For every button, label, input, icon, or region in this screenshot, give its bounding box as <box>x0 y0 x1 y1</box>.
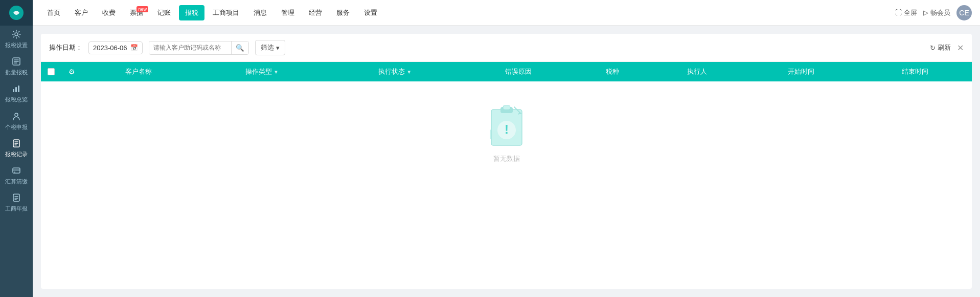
sidebar-label-annual-report: 工商年报 <box>5 205 28 212</box>
tax-records-icon <box>12 139 21 150</box>
col-header-tax_type: 税种 <box>575 62 650 81</box>
annual-report-icon <box>12 193 21 204</box>
svg-rect-23 <box>503 105 510 110</box>
col-header-settings[interactable]: ⚙ <box>61 62 82 81</box>
refresh-label: 刷新 <box>938 43 951 52</box>
nav-item-message[interactable]: 消息 <box>247 5 273 20</box>
filter-icon-operation_type[interactable]: ▼ <box>274 69 279 75</box>
nav-items: 首页客户收费票据new记账报税工商项目消息管理经营服务设置 <box>41 5 895 20</box>
nav-label-accounting: 记账 <box>157 9 171 16</box>
table-container: 操作日期： 2023-06-06 📅 🔍 筛选 ▾ ↻ 刷新 <box>41 34 972 289</box>
table: ⚙客户名称操作类型▼执行状态▼错误原因税种执行人开始时间结束时间 <box>41 62 972 81</box>
nav-item-invoice[interactable]: 票据new <box>124 5 149 20</box>
col-header-executor: 执行人 <box>650 62 744 81</box>
search-input[interactable] <box>149 41 231 54</box>
batch-tax-icon <box>12 57 21 68</box>
empty-state: ! 暂无数据 <box>41 81 972 184</box>
fullscreen-btn[interactable]: ⛶ 全屏 <box>895 8 917 17</box>
col-label-exec_status: 执行状态 <box>378 67 405 76</box>
refresh-button[interactable]: ↻ 刷新 <box>930 43 951 52</box>
toolbar-right: ↻ 刷新 ✕ <box>930 43 964 53</box>
search-box: 🔍 <box>149 41 249 55</box>
nav-item-service[interactable]: 服务 <box>330 5 356 20</box>
svg-rect-8 <box>18 86 19 92</box>
nav-item-tax[interactable]: 报税 <box>179 5 204 20</box>
chevron-down-icon: ▾ <box>276 44 280 52</box>
date-label: 操作日期： <box>49 43 82 52</box>
sidebar-label-personal-tax: 个税申报 <box>5 124 28 131</box>
new-badge-invoice: new <box>136 6 148 13</box>
col-header-customer_name: 客户名称 <box>82 62 195 81</box>
filter-label: 筛选 <box>261 43 274 52</box>
member-btn[interactable]: ▷ 畅会员 <box>923 8 950 17</box>
nav-item-collection[interactable]: 收费 <box>96 5 122 20</box>
col-label-customer_name: 客户名称 <box>125 67 152 76</box>
col-label-executor: 执行人 <box>687 67 707 76</box>
date-input[interactable]: 2023-06-06 📅 <box>88 41 143 54</box>
nav-label-tax: 报税 <box>185 9 198 16</box>
nav-item-settings[interactable]: 设置 <box>358 5 383 20</box>
sidebar-label-settlement: 汇算清缴 <box>5 178 28 185</box>
svg-rect-14 <box>13 168 20 173</box>
nav-label-collection: 收费 <box>102 9 116 16</box>
date-value: 2023-06-06 <box>93 44 127 52</box>
sidebar-item-tax-summary[interactable]: 报税总览 <box>0 80 33 107</box>
topnav-right: ⛶ 全屏 ▷ 畅会员 CE <box>895 5 972 20</box>
main-wrapper: 首页客户收费票据new记账报税工商项目消息管理经营服务设置 ⛶ 全屏 ▷ 畅会员… <box>33 0 980 297</box>
svg-text:!: ! <box>505 122 509 136</box>
sidebar-label-tax-records: 报税记录 <box>5 151 28 158</box>
search-button[interactable]: 🔍 <box>231 41 248 54</box>
tax-settings-icon <box>12 30 21 40</box>
personal-tax-icon <box>12 112 21 122</box>
nav-label-settings: 设置 <box>364 9 377 16</box>
col-header-exec_status[interactable]: 执行状态▼ <box>329 62 462 81</box>
col-label-error_reason: 错误原因 <box>505 67 532 76</box>
sidebar-item-personal-tax[interactable]: 个税申报 <box>0 108 33 135</box>
nav-label-home: 首页 <box>47 9 60 16</box>
settlement-icon <box>12 166 21 177</box>
data-table: ⚙客户名称操作类型▼执行状态▼错误原因税种执行人开始时间结束时间 <box>41 62 972 289</box>
content-area: 操作日期： 2023-06-06 📅 🔍 筛选 ▾ ↻ 刷新 <box>33 26 980 297</box>
nav-item-customer[interactable]: 客户 <box>69 5 94 20</box>
col-label-operation_type: 操作类型 <box>245 67 272 76</box>
nav-item-manage[interactable]: 管理 <box>275 5 301 20</box>
close-button[interactable]: ✕ <box>957 43 964 53</box>
col-label-tax_type: 税种 <box>606 67 619 76</box>
table-settings-icon[interactable]: ⚙ <box>69 68 75 76</box>
col-header-operation_type[interactable]: 操作类型▼ <box>195 62 328 81</box>
nav-label-business: 工商项目 <box>213 9 239 16</box>
sidebar-item-tax-records[interactable]: 报税记录 <box>0 135 33 162</box>
col-header-start_time: 开始时间 <box>744 62 858 81</box>
tax-summary-icon <box>12 84 21 95</box>
avatar[interactable]: CE <box>956 5 972 20</box>
member-label: 畅会员 <box>930 8 950 17</box>
svg-rect-6 <box>13 89 14 92</box>
calendar-icon: 📅 <box>130 44 138 51</box>
nav-item-business[interactable]: 工商项目 <box>207 5 245 20</box>
sidebar-label-tax-settings: 报税设置 <box>5 42 28 49</box>
sidebar-item-tax-settings[interactable]: 报税设置 <box>0 26 33 53</box>
select-all-checkbox[interactable] <box>48 68 55 75</box>
nav-label-message: 消息 <box>254 9 267 16</box>
svg-rect-7 <box>15 87 17 92</box>
filter-icon-exec_status[interactable]: ▼ <box>406 69 412 75</box>
svg-point-9 <box>15 113 18 116</box>
empty-illustration: ! <box>486 102 527 148</box>
nav-item-home[interactable]: 首页 <box>41 5 66 20</box>
logo[interactable] <box>0 0 33 26</box>
col-label-start_time: 开始时间 <box>788 67 814 76</box>
filter-button[interactable]: 筛选 ▾ <box>255 40 285 55</box>
avatar-text: CE <box>959 9 969 17</box>
sidebar-item-annual-report[interactable]: 工商年报 <box>0 189 33 216</box>
fullscreen-label: 全屏 <box>904 8 917 17</box>
nav-item-operation[interactable]: 经营 <box>303 5 328 20</box>
nav-label-customer: 客户 <box>75 9 88 16</box>
sidebar-item-settlement[interactable]: 汇算清缴 <box>0 162 33 189</box>
toolbar: 操作日期： 2023-06-06 📅 🔍 筛选 ▾ ↻ 刷新 <box>41 34 972 62</box>
svg-point-1 <box>15 33 18 36</box>
nav-item-accounting[interactable]: 记账 <box>151 5 177 20</box>
col-header-checkbox <box>41 62 61 81</box>
sidebar: 报税设置 批量报税 报税总览 个税申报 报税记录 汇算清缴 工商年报 <box>0 0 33 297</box>
sidebar-item-batch-tax[interactable]: 批量报税 <box>0 53 33 80</box>
sidebar-label-batch-tax: 批量报税 <box>5 69 28 76</box>
